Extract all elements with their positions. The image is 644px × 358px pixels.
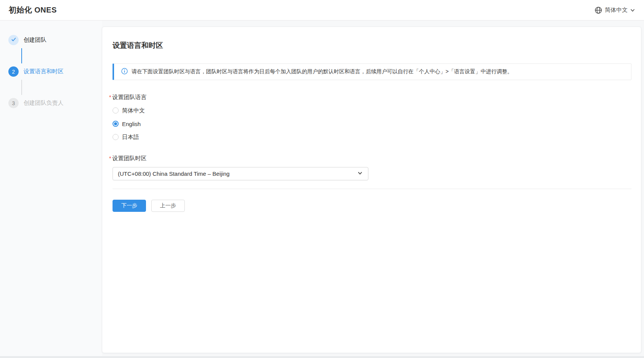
- step-label: 创建团队负责人: [24, 99, 63, 107]
- main-area: 设置语言和时区 请在下面设置团队时区与语言，团队时区与语言将作为日后每个加入团队…: [102, 21, 644, 356]
- step-item-language-timezone: 2 设置语言和时区: [8, 66, 102, 77]
- check-icon: [11, 37, 16, 43]
- settings-card: 设置语言和时区 请在下面设置团队时区与语言，团队时区与语言将作为日后每个加入团队…: [102, 27, 641, 353]
- section-divider: [113, 189, 631, 189]
- chevron-down-icon: [630, 8, 635, 13]
- card-title: 设置语言和时区: [113, 41, 631, 50]
- radio-icon[interactable]: [113, 107, 119, 114]
- radio-option-japanese[interactable]: 日本語: [113, 133, 631, 141]
- app-header: 初始化 ONES 简体中文: [0, 0, 644, 21]
- radio-label: English: [122, 121, 141, 127]
- info-icon: [121, 68, 128, 76]
- field-label-text: 设置团队时区: [112, 155, 146, 162]
- required-asterisk: *: [109, 155, 111, 161]
- setup-stepper: 创建团队 2 设置语言和时区 3 创建团队负责人: [0, 21, 102, 356]
- step-connector: [21, 48, 22, 63]
- timezone-field-label: * 设置团队时区: [113, 155, 631, 162]
- step-circle-done: [8, 35, 19, 45]
- alert-text: 请在下面设置团队时区与语言，团队时区与语言将作为日后每个加入团队的用户的默认时区…: [132, 68, 512, 75]
- viewport-bottom-edge: [0, 356, 644, 358]
- radio-option-simplified-chinese[interactable]: 简体中文: [113, 106, 631, 115]
- radio-option-english[interactable]: English: [113, 120, 631, 128]
- language-field-label: * 设置团队语言: [113, 94, 631, 101]
- previous-step-button[interactable]: 上一步: [151, 200, 185, 212]
- step-item-create-owner: 3 创建团队负责人: [8, 98, 102, 108]
- language-switcher[interactable]: 简体中文: [595, 6, 635, 14]
- step-label: 创建团队: [24, 36, 46, 44]
- radio-icon[interactable]: [113, 134, 119, 140]
- step-circle-active: 2: [8, 66, 19, 77]
- info-alert: 请在下面设置团队时区与语言，团队时区与语言将作为日后每个加入团队的用户的默认时区…: [113, 63, 631, 80]
- step-circle-todo: 3: [8, 98, 19, 108]
- radio-checked-icon[interactable]: [113, 121, 119, 127]
- timezone-select[interactable]: (UTC+08:00) China Standard Time – Beijin…: [113, 167, 368, 180]
- timezone-select-value: (UTC+08:00) China Standard Time – Beijin…: [118, 170, 230, 177]
- wizard-actions: 下一步 上一步: [113, 200, 631, 212]
- language-switcher-label: 简体中文: [605, 6, 628, 14]
- step-label: 设置语言和时区: [24, 68, 63, 75]
- step-item-create-team: 创建团队: [8, 35, 102, 45]
- language-radio-group: 简体中文 English 日本語: [113, 106, 631, 141]
- globe-icon: [595, 6, 602, 14]
- page-title: 初始化 ONES: [9, 5, 57, 15]
- required-asterisk: *: [109, 94, 111, 100]
- next-step-button[interactable]: 下一步: [113, 200, 146, 212]
- step-connector: [21, 80, 22, 95]
- radio-label: 简体中文: [122, 107, 145, 114]
- radio-label: 日本語: [122, 134, 139, 141]
- field-label-text: 设置团队语言: [112, 94, 146, 101]
- chevron-down-icon: [357, 170, 363, 177]
